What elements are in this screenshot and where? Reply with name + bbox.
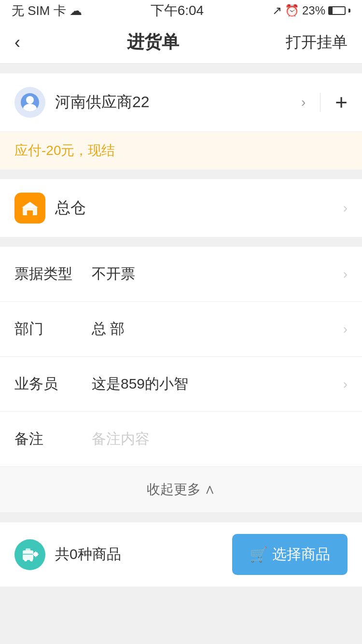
collapse-row[interactable]: 收起更多 ∧ bbox=[0, 466, 362, 512]
notice-row: 应付-20元，现结 bbox=[0, 132, 362, 169]
supplier-avatar bbox=[14, 87, 45, 118]
supplier-row[interactable]: 河南供应商22 › + bbox=[0, 73, 362, 132]
supplier-divider bbox=[320, 93, 320, 112]
warehouse-row[interactable]: 总仓 › bbox=[0, 179, 362, 237]
location-icon: ↗ bbox=[272, 4, 282, 17]
sales-value: 这是859的小智 bbox=[92, 374, 343, 394]
warehouse-name: 总仓 bbox=[55, 197, 343, 219]
open-pending-button[interactable]: 打开挂单 bbox=[286, 32, 348, 53]
battery-tip bbox=[348, 9, 350, 13]
page-title: 进货单 bbox=[127, 30, 179, 54]
section-gap-2 bbox=[0, 169, 362, 179]
svg-rect-2 bbox=[27, 210, 33, 215]
alarm-icon: ⏰ bbox=[285, 4, 299, 17]
status-right: ↗ ⏰ 23% bbox=[272, 4, 350, 17]
invoice-value: 不开票 bbox=[92, 264, 343, 284]
warehouse-section: 总仓 › bbox=[0, 179, 362, 237]
select-btn-label: 选择商品 bbox=[272, 545, 330, 564]
svg-point-6 bbox=[30, 559, 33, 561]
product-icon-wrap bbox=[14, 539, 45, 570]
product-icon bbox=[21, 546, 39, 564]
section-gap-3 bbox=[0, 237, 362, 247]
status-left: 无 SIM 卡 ☁ bbox=[12, 2, 82, 19]
select-product-button[interactable]: 🛒 选择商品 bbox=[232, 534, 348, 575]
supplier-name: 河南供应商22 bbox=[55, 92, 301, 113]
dept-chevron-icon: › bbox=[343, 322, 348, 337]
remark-label: 备注 bbox=[14, 429, 92, 449]
status-bar: 无 SIM 卡 ☁ 下午6:04 ↗ ⏰ 23% bbox=[0, 0, 362, 21]
invoice-chevron-icon: › bbox=[343, 266, 348, 282]
dept-value: 总 部 bbox=[92, 319, 343, 339]
back-button[interactable]: ‹ bbox=[14, 32, 20, 53]
sales-row[interactable]: 业务员 这是859的小智 › bbox=[0, 356, 362, 411]
supplier-section: 河南供应商22 › + 应付-20元，现结 bbox=[0, 73, 362, 169]
bottom-bar: 共0种商品 🛒 选择商品 bbox=[0, 522, 362, 587]
collapse-label: 收起更多 ∧ bbox=[147, 482, 216, 497]
battery-icon bbox=[328, 6, 346, 15]
cart-icon: 🛒 bbox=[250, 546, 267, 563]
svg-rect-3 bbox=[23, 550, 33, 560]
sim-text: 无 SIM 卡 ☁ bbox=[12, 2, 82, 19]
svg-rect-4 bbox=[26, 548, 30, 551]
warehouse-chevron-icon: › bbox=[343, 200, 348, 216]
warehouse-icon-wrap bbox=[14, 193, 45, 224]
sales-label: 业务员 bbox=[14, 374, 92, 394]
nav-bar: ‹ 进货单 打开挂单 bbox=[0, 21, 362, 64]
battery-text: 23% bbox=[302, 4, 325, 17]
sales-chevron-icon: › bbox=[343, 377, 348, 392]
section-gap-1 bbox=[0, 64, 362, 73]
avatar-icon bbox=[21, 93, 39, 112]
invoice-row[interactable]: 票据类型 不开票 › bbox=[0, 247, 362, 301]
add-supplier-button[interactable]: + bbox=[335, 90, 348, 114]
product-count: 共0种商品 bbox=[55, 545, 232, 564]
dept-row[interactable]: 部门 总 部 › bbox=[0, 301, 362, 356]
remark-input[interactable]: 备注内容 bbox=[92, 429, 348, 449]
notice-text: 应付-20元，现结 bbox=[14, 143, 115, 158]
warehouse-icon bbox=[21, 199, 39, 217]
dept-label: 部门 bbox=[14, 319, 92, 339]
svg-point-5 bbox=[24, 559, 27, 561]
svg-marker-1 bbox=[22, 202, 38, 208]
form-section: 票据类型 不开票 › 部门 总 部 › 业务员 这是859的小智 › 备注 备注… bbox=[0, 247, 362, 512]
supplier-chevron-icon: › bbox=[301, 95, 306, 110]
remark-row[interactable]: 备注 备注内容 bbox=[0, 411, 362, 466]
status-time: 下午6:04 bbox=[151, 1, 204, 20]
invoice-label: 票据类型 bbox=[14, 264, 92, 284]
